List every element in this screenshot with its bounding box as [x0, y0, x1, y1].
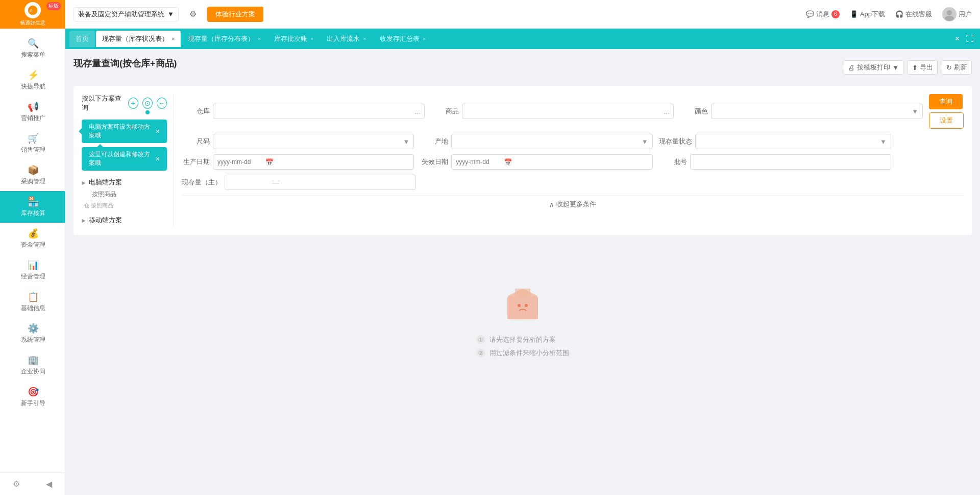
- color-select[interactable]: ▼: [711, 104, 923, 119]
- sidebar-item-purchase[interactable]: 📦 采购管理: [0, 159, 65, 191]
- filter-size: 尺码 ▼: [182, 134, 414, 149]
- sidebar-logo: 6 畅通好生意 标版: [0, 0, 65, 29]
- sidebar-collapse-btn[interactable]: ◀: [46, 479, 52, 489]
- tab-close-inventory-dist[interactable]: ×: [257, 36, 260, 42]
- avatar: [942, 7, 957, 21]
- scheme-panel: 按以下方案查询 + ⊙ ← 电脑方案可设为移动方案哦 ×: [82, 94, 174, 227]
- sidebar-item-basic-info[interactable]: 📋 基础信息: [0, 286, 65, 318]
- enterprise-icon: 🏢: [28, 355, 39, 366]
- tab-close-inventory-status[interactable]: ×: [172, 36, 175, 42]
- sidebar-item-inventory[interactable]: 🏪 库存核算: [0, 191, 65, 223]
- app-download-btn[interactable]: 📱 App下载: [850, 10, 885, 19]
- tip-num-1: ①: [476, 335, 485, 344]
- scheme-edit-popup-area: 这里可以创建和修改方案哦 ×: [82, 147, 167, 171]
- edit-scheme-btn[interactable]: ⊙: [142, 98, 153, 109]
- goods-select[interactable]: ...: [462, 104, 674, 119]
- expire-date-range[interactable]: 📅: [451, 154, 652, 170]
- tab-recv-summary[interactable]: 收发存汇总表 ×: [374, 31, 432, 47]
- prod-date-input[interactable]: [217, 158, 263, 166]
- sidebar-settings-btn[interactable]: ⚙: [13, 479, 20, 489]
- size-select[interactable]: ▼: [213, 134, 414, 149]
- sidebar-item-operations[interactable]: 📊 经营管理: [0, 254, 65, 286]
- tab-batch-ledger[interactable]: 库存批次账 ×: [268, 31, 320, 47]
- warehouse-label: 仓库: [182, 107, 210, 116]
- prod-date-range[interactable]: 📅: [213, 154, 414, 170]
- goods-label: 商品: [431, 107, 459, 116]
- sidebar-item-search-menu[interactable]: 🔍 搜索菜单: [0, 33, 65, 64]
- sidebar-item-label: 快捷导航: [21, 82, 45, 91]
- sidebar-item-label: 库存核算: [21, 209, 45, 218]
- tab-controls: × ⛶: [953, 32, 976, 45]
- header-settings-btn[interactable]: ⚙: [185, 6, 201, 22]
- scheme-desktop[interactable]: ▶ 电脑端方案: [82, 176, 167, 189]
- user-label: 用户: [959, 10, 972, 19]
- scheme-mobile-label: 移动端方案: [89, 216, 122, 225]
- origin-select[interactable]: ▼: [451, 134, 652, 149]
- sidebar-item-guide[interactable]: 🎯 新手引导: [0, 381, 65, 413]
- stock-qty-min[interactable]: [229, 179, 270, 186]
- origin-label: 产地: [420, 137, 448, 146]
- tab-close-recv-summary[interactable]: ×: [423, 36, 426, 42]
- arrow-scheme-btn[interactable]: ←: [157, 98, 167, 109]
- prod-date-calendar-icon[interactable]: 📅: [265, 158, 274, 166]
- tab-inventory-dist[interactable]: 现存量（库存分布表） ×: [182, 31, 266, 47]
- expire-date-calendar-icon[interactable]: 📅: [504, 158, 512, 166]
- add-scheme-btn[interactable]: +: [128, 98, 138, 109]
- refresh-btn[interactable]: ↻ 刷新: [942, 60, 972, 75]
- expire-date-input[interactable]: [456, 158, 502, 166]
- empty-tip-1-text: 请先选择要分析的方案: [489, 335, 556, 344]
- tab-inout-flow[interactable]: 出入库流水 ×: [321, 31, 372, 47]
- filter-expire-date: 失效日期 📅: [420, 154, 652, 170]
- export-btn[interactable]: ⬆ 导出: [908, 60, 938, 75]
- sales-icon: 🛒: [28, 133, 39, 144]
- filter-row-1: 仓库 ... 商品 ...: [182, 94, 964, 129]
- tab-close-inout-flow[interactable]: ×: [363, 36, 366, 42]
- industry-btn[interactable]: 体验行业方案: [207, 7, 263, 22]
- scheme-mobile[interactable]: ▶ 移动端方案: [82, 214, 167, 227]
- sidebar-nav: 🔍 搜索菜单 ⚡ 快捷导航 📢 营销推广 🛒 销售管理 📦 采购管理 🏪 库存核…: [0, 29, 65, 473]
- tab-close-batch-ledger[interactable]: ×: [310, 36, 313, 42]
- tab-inventory-status[interactable]: 现存量（库存状况表） ×: [96, 31, 181, 47]
- filter-row-3: 生产日期 📅 失效日期 📅: [182, 154, 964, 170]
- warehouse-select[interactable]: ...: [213, 104, 425, 119]
- template-print-btn[interactable]: 🖨 按模板打印 ▼: [844, 60, 903, 75]
- color-dropdown-arrow: ▼: [912, 108, 918, 115]
- sidebar-item-marketing[interactable]: 📢 营销推广: [0, 96, 65, 128]
- query-btn[interactable]: 查询: [929, 94, 963, 109]
- sidebar-item-enterprise[interactable]: 🏢 企业协同: [0, 349, 65, 381]
- sidebar-item-system[interactable]: ⚙️ 系统管理: [0, 318, 65, 349]
- stock-status-select[interactable]: ▼: [695, 134, 891, 149]
- tab-home[interactable]: 首页: [69, 31, 95, 47]
- messages-btn[interactable]: 💬 消息 6: [806, 10, 840, 19]
- sidebar-item-quick-nav[interactable]: ⚡ 快捷导航: [0, 64, 65, 96]
- filter-stock-qty: 现存量（主） —: [182, 175, 416, 190]
- logo-badge: 标版: [46, 2, 61, 10]
- scheme-popup-close[interactable]: ×: [156, 127, 160, 135]
- user-btn[interactable]: 用户: [942, 7, 972, 21]
- sidebar: 6 畅通好生意 标版 🔍 搜索菜单 ⚡ 快捷导航 📢 营销推广 🛒 销售管理 📦…: [0, 0, 65, 495]
- batch-label: 批号: [659, 157, 687, 167]
- stock-status-dropdown-arrow: ▼: [880, 138, 887, 146]
- sidebar-item-label: 企业协同: [21, 367, 45, 376]
- sidebar-item-sales[interactable]: 🛒 销售管理: [0, 128, 65, 159]
- scheme-edit-popup-close[interactable]: ×: [156, 155, 160, 163]
- guide-icon: 🎯: [28, 386, 39, 397]
- template-print-icon: 🖨: [848, 64, 855, 72]
- stock-qty-range[interactable]: —: [225, 175, 416, 190]
- support-btn[interactable]: 🎧 在线客服: [895, 10, 932, 19]
- tab-inventory-dist-label: 现存量（库存分布表）: [188, 34, 254, 43]
- batch-input[interactable]: [690, 154, 891, 170]
- scheme-popup[interactable]: 电脑方案可设为移动方案哦 ×: [82, 120, 167, 143]
- scheme-edit-popup[interactable]: 这里可以创建和修改方案哦 ×: [82, 147, 167, 171]
- sidebar-item-finance[interactable]: 💰 资金管理: [0, 223, 65, 254]
- tab-batch-ledger-label: 库存批次账: [274, 34, 307, 43]
- settings-btn[interactable]: 设置: [929, 112, 964, 129]
- tab-inout-flow-label: 出入库流水: [327, 34, 360, 43]
- svg-point-3: [945, 16, 954, 21]
- tab-close-all-btn[interactable]: ×: [953, 32, 962, 45]
- tab-expand-btn[interactable]: ⛶: [964, 32, 976, 45]
- scheme-desktop-child-1[interactable]: 按照商品: [92, 189, 167, 200]
- system-selector-arrow: ▼: [167, 10, 174, 18]
- collapse-more-btn[interactable]: ∧ 收起更多条件: [182, 195, 964, 213]
- system-selector[interactable]: 装备及固定资产辅助管理系统 ▼: [74, 7, 179, 21]
